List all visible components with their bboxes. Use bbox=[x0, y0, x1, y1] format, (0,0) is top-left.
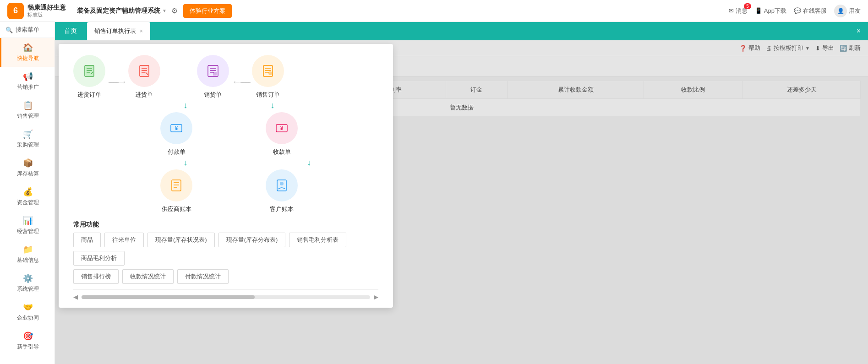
purchase-icon: 🛒 bbox=[23, 129, 33, 139]
messages-button[interactable]: ✉ 消息 5 bbox=[729, 7, 748, 15]
search-menu-button[interactable]: 🔍 搜索菜单 bbox=[0, 22, 55, 38]
arrow-purchase-to-bill: ------→ bbox=[105, 76, 128, 88]
arrow-down-purchase-bill: ↓ bbox=[160, 101, 211, 110]
flow-row-2: ¥ 付款单 bbox=[73, 112, 378, 156]
scroll-track bbox=[82, 295, 370, 299]
enterprise-icon: 🤝 bbox=[23, 302, 33, 312]
trial-button[interactable]: 体验行业方案 bbox=[183, 4, 232, 18]
svg-text:¥: ¥ bbox=[175, 125, 178, 131]
purchase-bill-icon bbox=[128, 55, 160, 87]
download-icon: 📱 bbox=[755, 7, 762, 14]
receipt-bill-label: 收款单 bbox=[273, 148, 291, 156]
func-btn-counterpart[interactable]: 往来单位 bbox=[104, 233, 144, 247]
sidebar-item-inventory[interactable]: 📦 库存核算 bbox=[0, 153, 55, 182]
payment-bill-icon: ¥ bbox=[160, 112, 192, 144]
sales-order-node[interactable]: 销售订单 bbox=[252, 55, 284, 99]
operations-icon: 📊 bbox=[23, 216, 33, 226]
supplier-ledger-node[interactable]: 供应商账本 bbox=[160, 169, 192, 213]
flow-row-3: 供应商账本 bbox=[73, 169, 378, 213]
online-service-button[interactable]: 💬 在线客服 bbox=[794, 7, 827, 15]
func-btn-sales-gross[interactable]: 销售毛利分析表 bbox=[289, 233, 346, 247]
message-icon: ✉ bbox=[729, 7, 734, 14]
supplier-ledger-icon bbox=[160, 169, 192, 201]
app-download-button[interactable]: 📱 App下载 bbox=[755, 7, 786, 15]
svg-rect-22 bbox=[172, 180, 181, 191]
sales-bill-label: 销货单 bbox=[204, 91, 222, 99]
avatar: 👤 bbox=[834, 5, 847, 17]
svg-point-27 bbox=[280, 182, 284, 185]
top-right-actions: ✉ 消息 5 📱 App下载 💬 在线客服 👤 用友 bbox=[729, 5, 861, 17]
func-btn-sales-rank[interactable]: 销售排行榜 bbox=[73, 269, 119, 284]
scroll-left-icon[interactable]: ◀ bbox=[73, 293, 78, 300]
content-area: 首页 销售订单执行表 × × ❓ 帮助 🖨 按模板打印 bbox=[55, 22, 868, 364]
close-page-button[interactable]: × bbox=[849, 22, 868, 40]
main-content: ❓ 帮助 🖨 按模板打印 ▼ ⬇ 导出 🔄 刷新 bbox=[55, 40, 868, 364]
payment-bill-node[interactable]: ¥ 付款单 bbox=[160, 112, 192, 156]
sidebar-item-purchase[interactable]: 🛒 采购管理 bbox=[0, 125, 55, 153]
flow-diagram: 进货订单 ------→ bbox=[73, 55, 378, 213]
settings-icon[interactable]: ⚙ bbox=[171, 6, 178, 15]
sales-bill-node[interactable]: 销货单 bbox=[197, 55, 229, 99]
svg-point-17 bbox=[268, 71, 272, 75]
sidebar-item-enterprise[interactable]: 🤝 企业协同 bbox=[0, 298, 55, 326]
payment-bill-label: 付款单 bbox=[168, 148, 186, 156]
func-btn-payment-stats[interactable]: 付款情况统计 bbox=[177, 269, 229, 284]
receipt-bill-node[interactable]: ¥ 收款单 bbox=[266, 112, 298, 156]
customer-ledger-node[interactable]: 客户账本 bbox=[266, 169, 298, 213]
system-title-dropdown[interactable]: 装备及固定资产辅助管理系统 ▼ bbox=[73, 7, 167, 15]
sidebar-item-sales[interactable]: 📋 销售管理 bbox=[0, 96, 55, 125]
modal-overlay: 进货订单 ------→ bbox=[55, 40, 868, 364]
purchase-order-icon bbox=[73, 55, 105, 87]
home-icon: 🏠 bbox=[23, 43, 33, 53]
common-btns-row1: 商品 往来单位 现存量(库存状况表) 现存量(库存分布表) 销售毛利分析表 商品… bbox=[73, 233, 378, 266]
arrow-sales-order-to-bill: ←------ bbox=[229, 76, 252, 88]
purchase-bill-label: 进货单 bbox=[135, 91, 153, 99]
sales-bill-icon bbox=[197, 55, 229, 87]
basic-info-icon: 📁 bbox=[23, 244, 33, 255]
flow-modal: 进货订单 ------→ bbox=[59, 44, 393, 308]
service-icon: 💬 bbox=[794, 7, 801, 14]
tab-home[interactable]: 首页 bbox=[55, 22, 86, 40]
supplier-ledger-label: 供应商账本 bbox=[162, 205, 191, 213]
sidebar: 🔍 搜索菜单 🏠 快捷导航 📢 营销推广 📋 销售管理 🛒 采购管理 📦 bbox=[0, 22, 55, 364]
svg-rect-0 bbox=[85, 65, 94, 76]
sidebar-item-quick-nav[interactable]: 🏠 快捷导航 bbox=[0, 38, 55, 67]
sidebar-item-marketing[interactable]: 📢 营销推广 bbox=[0, 67, 55, 96]
scroll-thumb[interactable] bbox=[82, 295, 255, 299]
customer-ledger-label: 客户账本 bbox=[270, 205, 294, 213]
user-menu[interactable]: 👤 用友 bbox=[834, 5, 861, 17]
svg-rect-4 bbox=[140, 65, 149, 76]
tab-sales-order-exec[interactable]: 销售订单执行表 × bbox=[87, 22, 150, 40]
func-btn-receipt-stats[interactable]: 收款情况统计 bbox=[122, 269, 174, 284]
arrow-down-payment: ↓ bbox=[160, 158, 211, 168]
sidebar-item-finance[interactable]: 💰 资金管理 bbox=[0, 182, 55, 211]
marketing-icon: 📢 bbox=[23, 71, 33, 81]
func-btn-product[interactable]: 商品 bbox=[73, 233, 101, 247]
svg-rect-12 bbox=[213, 72, 217, 76]
flow-row-1: 进货订单 ------→ bbox=[73, 55, 378, 99]
logo-text: 畅康通好生意 标准版 bbox=[27, 3, 66, 18]
top-bar: 6 畅康通好生意 标准版 装备及固定资产辅助管理系统 ▼ ⚙ 体验行业方案 ✉ … bbox=[0, 0, 868, 22]
arrow-down-sales-bill: ↓ bbox=[247, 101, 298, 110]
dropdown-arrow-icon: ▼ bbox=[162, 8, 167, 13]
func-btn-stock-status[interactable]: 现存量(库存状况表) bbox=[147, 233, 215, 247]
sales-order-label: 销售订单 bbox=[256, 91, 280, 99]
scroll-area: ◀ ▶ bbox=[73, 289, 378, 300]
sidebar-item-system[interactable]: ⚙️ 系统管理 bbox=[0, 269, 55, 298]
purchase-bill-node[interactable]: 进货单 bbox=[128, 55, 160, 99]
func-btn-stock-dist[interactable]: 现存量(库存分布表) bbox=[218, 233, 286, 247]
svg-text:¥: ¥ bbox=[280, 125, 284, 131]
search-icon: 🔍 bbox=[5, 27, 13, 33]
common-functions-title: 常用功能 bbox=[73, 221, 378, 229]
inventory-icon: 📦 bbox=[23, 158, 33, 168]
tab-close-icon[interactable]: × bbox=[140, 28, 143, 34]
sidebar-item-operations[interactable]: 📊 经营管理 bbox=[0, 211, 55, 240]
flow-arrows-down-1: ↓ ↓ bbox=[73, 101, 378, 110]
scroll-right-icon[interactable]: ▶ bbox=[374, 293, 378, 300]
purchase-order-node[interactable]: 进货订单 bbox=[73, 55, 105, 99]
func-btn-product-gross[interactable]: 商品毛利分析 bbox=[73, 251, 125, 266]
newbie-icon: 🎯 bbox=[23, 331, 33, 341]
sales-order-icon bbox=[252, 55, 284, 87]
sidebar-item-basic-info[interactable]: 📁 基础信息 bbox=[0, 240, 55, 269]
sidebar-item-newbie[interactable]: 🎯 新手引导 bbox=[0, 326, 55, 355]
